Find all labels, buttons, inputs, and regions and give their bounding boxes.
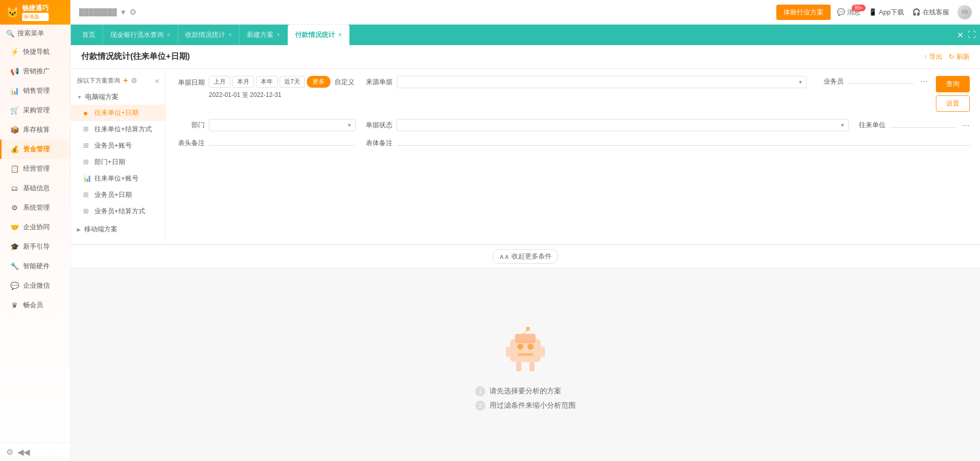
date-btn-this-year[interactable]: 本年 bbox=[256, 76, 278, 88]
tab-new-scheme[interactable]: 新建方案 × bbox=[240, 25, 288, 45]
sidebar-item-hardware[interactable]: 🔧 智能硬件 bbox=[0, 256, 70, 276]
footer-collapse-icon[interactable]: ◀◀ bbox=[17, 447, 30, 457]
main-area: ████████ ▾ ⚙ 体验行业方案 💬 消息 99+ 📱 App下载 🎧 在… bbox=[71, 0, 980, 461]
search-menu[interactable]: 🔍 搜索菜单 bbox=[0, 25, 70, 42]
scheme-item-label: 部门+日期 bbox=[94, 157, 125, 167]
scheme-item-dept-date[interactable]: ⊞ 部门+日期 bbox=[71, 154, 165, 170]
empty-illustration bbox=[495, 318, 556, 380]
tab-payment-stats[interactable]: 付款情况统计 × bbox=[288, 25, 349, 45]
export-label: 导出 bbox=[929, 52, 943, 62]
scheme-item-contact-date[interactable]: ● 往来单位+日期 bbox=[71, 105, 165, 121]
collapse-up-icon: ∧∧ bbox=[499, 253, 509, 260]
custom-date-label: 自定义 bbox=[335, 77, 355, 87]
sidebar-item-inventory[interactable]: 📦 库存核算 bbox=[0, 120, 70, 139]
scheme-group-mobile-header[interactable]: ▶ 移动端方案 bbox=[71, 222, 165, 237]
tab-bank-flow[interactable]: 现金银行流水查询 × bbox=[103, 25, 178, 45]
scheme-item-icon: ⊞ bbox=[83, 158, 91, 166]
staff-ellipsis-icon[interactable]: ··· bbox=[920, 76, 928, 87]
date-label: 单据日期 bbox=[176, 76, 205, 87]
expand-window-icon[interactable]: ⛶ bbox=[968, 30, 976, 40]
scheme-item-staff-payment[interactable]: ⊞ 业务员+结算方式 bbox=[71, 203, 165, 219]
refresh-button[interactable]: ↻ 刷新 bbox=[949, 52, 970, 62]
dept-select[interactable]: ▾ bbox=[209, 119, 356, 131]
app-download-btn[interactable]: 📱 App下载 bbox=[869, 8, 904, 17]
scheme-settings-icon[interactable]: ⚙ bbox=[131, 76, 138, 85]
sidebar-item-wechat[interactable]: 💬 企业微信 bbox=[0, 276, 70, 295]
collapse-filter-btn[interactable]: ∧∧ 收起更多条件 bbox=[493, 249, 558, 264]
close-all-tabs-icon[interactable]: ✕ bbox=[957, 30, 964, 40]
contact-ellipsis-icon[interactable]: ··· bbox=[962, 120, 970, 131]
scheme-item-label: 业务员+结算方式 bbox=[94, 207, 145, 216]
staff-label: 业务员 bbox=[815, 77, 844, 86]
tip-2-text: 用过滤条件来缩小分析范围 bbox=[489, 401, 576, 410]
scheme-item-icon: ⊞ bbox=[83, 142, 91, 150]
scheme-group-mobile: ▶ 移动端方案 bbox=[71, 222, 165, 237]
sidebar-item-cooperation[interactable]: 🤝 企业协同 bbox=[0, 217, 70, 237]
scheme-item-contact-account[interactable]: 📊 往来单位+账号 bbox=[71, 170, 165, 187]
tab-bank-flow-label: 现金银行流水查询 bbox=[110, 30, 164, 39]
topbar-dropdown-icon[interactable]: ▾ bbox=[121, 7, 125, 17]
tab-payment-stats-close[interactable]: × bbox=[338, 31, 342, 38]
query-button[interactable]: 查询 bbox=[936, 76, 970, 92]
sidebar-item-finance[interactable]: 💰 资金管理 bbox=[0, 139, 70, 159]
sidebar-item-system[interactable]: ⚙ 系统管理 bbox=[0, 198, 70, 217]
group-expand-arrow: ▼ bbox=[77, 94, 82, 100]
tab-home[interactable]: 首页 bbox=[75, 25, 103, 45]
footer-settings-icon[interactable]: ⚙ bbox=[6, 447, 13, 457]
filter-section: 按以下方案查询 + ⚙ « ▼ 电脑端方案 ● 往来单位+日期 bbox=[71, 69, 980, 245]
tabbar-actions: ✕ ⛶ bbox=[957, 30, 976, 40]
date-btn-last-month[interactable]: 上月 bbox=[209, 76, 230, 88]
page-title: 付款情况统计(往来单位+日期) bbox=[81, 51, 190, 62]
source-select[interactable]: ▾ bbox=[397, 76, 807, 88]
status-dropdown-icon: ▾ bbox=[841, 122, 844, 129]
sidebar-item-label: 智能硬件 bbox=[23, 262, 50, 271]
sidebar-item-label: 快捷导航 bbox=[23, 47, 50, 56]
empty-tip-1: 1 请先选择要分析的方案 bbox=[475, 386, 576, 396]
sidebar-item-label: 畅会员 bbox=[23, 300, 43, 310]
tab-receipt-stats-close[interactable]: × bbox=[228, 31, 232, 38]
sidebar-item-marketing[interactable]: 📢 营销推广 bbox=[0, 62, 70, 81]
online-service-btn[interactable]: 🎧 在线客服 bbox=[912, 8, 949, 17]
settings-button[interactable]: 设置 bbox=[936, 95, 970, 112]
tab-new-scheme-close[interactable]: × bbox=[277, 31, 280, 38]
sidebar-item-label: 销售管理 bbox=[23, 86, 50, 95]
hardware-icon: 🔧 bbox=[10, 262, 19, 271]
date-btn-more[interactable]: 更多 bbox=[307, 76, 330, 88]
group-label: 移动端方案 bbox=[84, 225, 117, 234]
company-name: ████████ bbox=[79, 8, 117, 16]
export-button[interactable]: ↑ 导出 bbox=[924, 52, 943, 62]
collapse-label: 收起更多条件 bbox=[512, 252, 552, 261]
empty-state: 1 请先选择要分析的方案 2 用过滤条件来缩小分析范围 bbox=[71, 268, 980, 461]
sidebar-item-quick-nav[interactable]: ⚡ 快捷导航 bbox=[0, 42, 70, 62]
group-collapse-arrow: ▶ bbox=[77, 227, 81, 232]
date-btn-this-month[interactable]: 本月 bbox=[232, 76, 254, 88]
sidebar-item-basics[interactable]: 🗂 基础信息 bbox=[0, 178, 70, 198]
scheme-item-staff-date[interactable]: ⊞ 业务员+日期 bbox=[71, 187, 165, 203]
tab-receipt-stats-label: 收款情况统计 bbox=[185, 30, 225, 39]
add-scheme-icon[interactable]: + bbox=[123, 76, 128, 85]
svg-rect-7 bbox=[516, 362, 521, 371]
scheme-item-label: 业务员+日期 bbox=[94, 190, 132, 199]
sidebar-item-vip[interactable]: ♛ 畅会员 bbox=[0, 295, 70, 315]
scheme-item-staff-account[interactable]: ⊞ 业务员+账号 bbox=[71, 137, 165, 154]
scheme-item-contact-payment[interactable]: ⊞ 往来单位+结算方式 bbox=[71, 121, 165, 137]
sidebar-item-guide[interactable]: 🎓 新手引导 bbox=[0, 237, 70, 256]
topbar: ████████ ▾ ⚙ 体验行业方案 💬 消息 99+ 📱 App下载 🎧 在… bbox=[71, 0, 980, 25]
collapse-bar: ∧∧ 收起更多条件 bbox=[71, 245, 980, 268]
sidebar-item-operations[interactable]: 📋 经营管理 bbox=[0, 159, 70, 178]
tab-receipt-stats[interactable]: 收款情况统计 × bbox=[178, 25, 240, 45]
topbar-settings-icon[interactable]: ⚙ bbox=[129, 7, 136, 17]
notifications-btn[interactable]: 💬 消息 99+ bbox=[837, 8, 860, 17]
collapse-scheme-panel-icon[interactable]: « bbox=[155, 76, 159, 85]
status-select[interactable]: ▾ bbox=[397, 119, 849, 131]
sidebar-item-purchase[interactable]: 🛒 采购管理 bbox=[0, 101, 70, 120]
tab-bank-flow-close[interactable]: × bbox=[167, 31, 170, 38]
refresh-icon: ↻ bbox=[949, 53, 954, 61]
dept-dropdown-icon: ▾ bbox=[348, 122, 351, 129]
date-btn-last-7[interactable]: 近7天 bbox=[280, 76, 305, 88]
trial-button[interactable]: 体验行业方案 bbox=[776, 5, 831, 20]
tip-num-2: 2 bbox=[475, 400, 485, 411]
scheme-group-desktop-header[interactable]: ▼ 电脑端方案 bbox=[71, 89, 165, 105]
user-avatar[interactable]: Rit bbox=[957, 5, 972, 19]
sidebar-item-sales[interactable]: 📊 销售管理 bbox=[0, 81, 70, 101]
